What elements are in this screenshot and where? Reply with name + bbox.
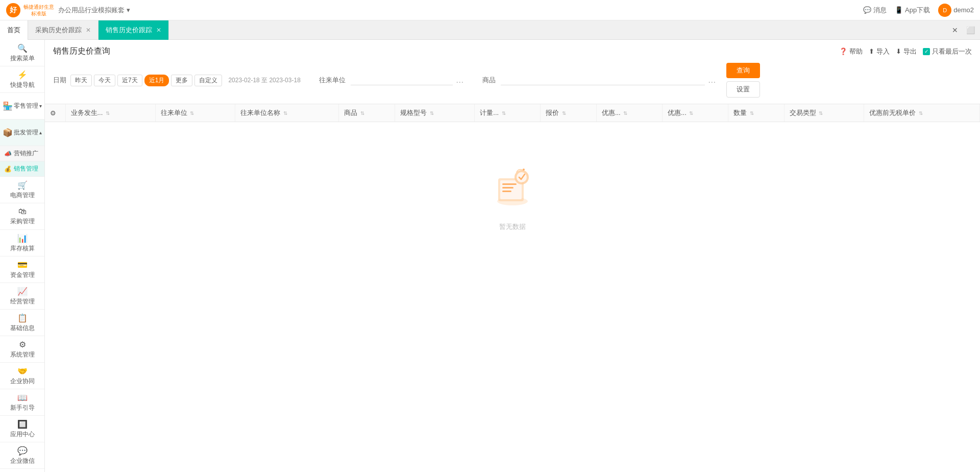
sort-partner-name-icon[interactable]: ⇅	[283, 110, 287, 116]
close-sales-tab-icon[interactable]: ✕	[156, 27, 161, 34]
avatar: D	[938, 4, 951, 17]
sidebar-item-system[interactable]: ⚙ 系统管理	[0, 336, 44, 363]
sidebar-item-enterprise[interactable]: 🤝 企业协同	[0, 363, 44, 389]
sidebar-item-operations[interactable]: 📈 经营管理	[0, 283, 44, 310]
th-discount2[interactable]: 优惠... ⇅	[662, 104, 728, 122]
date-btn-custom[interactable]: 自定义	[194, 75, 222, 86]
date-btn-yesterday[interactable]: 昨天	[70, 75, 92, 86]
tab-purchase-history[interactable]: 采购历史价跟踪 ✕	[28, 20, 99, 40]
th-trade-type-label: 交易类型	[790, 109, 816, 116]
retail-icon: 🏪	[3, 101, 13, 111]
sidebar-item-wechat[interactable]: 💬 企业微信	[0, 442, 44, 469]
sort-quantity-icon[interactable]: ⇅	[750, 110, 754, 116]
svg-rect-4	[502, 187, 513, 188]
operations-icon: 📈	[17, 287, 28, 296]
view-last-checkbox[interactable]: ✓ 只看最后一次	[923, 47, 972, 56]
view-last-label: 只看最后一次	[932, 47, 972, 56]
close-tab-btn[interactable]: ✕	[949, 25, 961, 36]
tab-home[interactable]: 首页	[0, 20, 28, 40]
date-btn-1month[interactable]: 近1月	[144, 75, 169, 86]
product-label: 商品	[482, 76, 496, 85]
tab-sales-history[interactable]: 销售历史价跟踪 ✕	[99, 20, 169, 40]
sidebar-finance-label: 资金管理	[10, 271, 35, 279]
th-unit[interactable]: 计量... ⇅	[475, 104, 541, 122]
sidebar-item-search[interactable]: 🔍 搜索菜单	[0, 40, 44, 66]
sort-biz-date-icon[interactable]: ⇅	[106, 110, 110, 116]
sidebar-item-basic-info[interactable]: 📋 基础信息	[0, 310, 44, 336]
partner-input[interactable]	[351, 75, 453, 85]
sidebar-item-purchase[interactable]: 🛍 采购管理	[0, 203, 44, 230]
sort-partner-code-icon[interactable]: ⇅	[190, 110, 194, 116]
finance-icon: 💳	[17, 260, 28, 270]
sidebar-item-wholesale[interactable]: 📦 批发管理 ▴	[0, 120, 44, 146]
th-pretax-price[interactable]: 优惠前无税单价 ⇅	[864, 104, 979, 122]
export-label: 导出	[903, 47, 917, 56]
date-range-display: 2023-02-18 至 2023-03-18	[226, 76, 300, 85]
th-biz-date[interactable]: 业务发生... ⇅	[65, 104, 155, 122]
th-discount1-label: 优惠...	[602, 109, 621, 116]
sidebar-marketing[interactable]: 📣 营销推广	[0, 146, 44, 161]
query-btn[interactable]: 查询	[726, 63, 760, 78]
sort-spec-icon[interactable]: ⇅	[430, 110, 434, 116]
product-dots-btn[interactable]: …	[708, 76, 716, 85]
system-icon: ⚙	[19, 340, 26, 349]
sidebar-item-guide[interactable]: 📖 新手引导	[0, 389, 44, 416]
partner-dots-btn[interactable]: …	[456, 76, 464, 85]
th-discount1[interactable]: 优惠... ⇅	[596, 104, 662, 122]
sort-discount2-icon[interactable]: ⇅	[689, 110, 693, 116]
company-dropdown[interactable]: 办公用品行业模拟账套 ▾	[58, 6, 130, 15]
sidebar-item-vip[interactable]: ⭐ 畅会员	[0, 469, 44, 472]
product-input[interactable]	[501, 75, 705, 85]
wechat-icon: 💬	[17, 446, 28, 456]
table-container: ⚙ 业务发生... ⇅ 往来单位 ⇅ 往来单位名称 ⇅	[45, 104, 980, 472]
th-price[interactable]: 报价 ⇅	[541, 104, 596, 122]
sort-pretax-price-icon[interactable]: ⇅	[919, 110, 923, 116]
sidebar-item-inventory[interactable]: 📊 库存核算	[0, 230, 44, 256]
th-product[interactable]: 商品 ⇅	[339, 104, 395, 122]
wholesale-icon: 📦	[3, 128, 13, 137]
th-partner-code[interactable]: 往来单位 ⇅	[155, 104, 235, 122]
date-btn-7days[interactable]: 近7天	[117, 75, 142, 86]
th-partner-name[interactable]: 往来单位名称 ⇅	[235, 104, 338, 122]
export-btn[interactable]: ⬇ 导出	[896, 47, 917, 56]
th-price-label: 报价	[546, 109, 559, 116]
company-name: 办公用品行业模拟账套	[58, 6, 125, 15]
sort-unit-icon[interactable]: ⇅	[502, 110, 506, 116]
message-icon: 💬	[863, 6, 871, 14]
maximize-btn[interactable]: ⬜	[965, 25, 976, 36]
import-btn[interactable]: ⬆ 导入	[869, 47, 890, 56]
th-quantity[interactable]: 数量 ⇅	[728, 104, 784, 122]
sidebar-item-ecommerce[interactable]: 🛒 电商管理	[0, 177, 44, 203]
th-trade-type[interactable]: 交易类型 ⇅	[784, 104, 864, 122]
sort-product-icon[interactable]: ⇅	[360, 110, 364, 116]
sidebar-item-finance[interactable]: 💳 资金管理	[0, 256, 44, 283]
data-table: ⚙ 业务发生... ⇅ 往来单位 ⇅ 往来单位名称 ⇅	[45, 104, 980, 122]
sidebar-wholesale-label: 批发管理	[14, 129, 38, 137]
user-menu[interactable]: D demo2	[938, 4, 974, 17]
th-gear[interactable]: ⚙	[45, 104, 65, 122]
svg-rect-5	[502, 191, 511, 192]
message-btn[interactable]: 💬 消息	[863, 6, 887, 15]
th-spec-label: 规格型号	[400, 109, 427, 116]
marketing-icon: 📣	[4, 150, 12, 157]
date-btn-more[interactable]: 更多	[171, 75, 192, 86]
close-purchase-tab-icon[interactable]: ✕	[86, 27, 91, 34]
th-spec[interactable]: 规格型号 ⇅	[395, 104, 474, 122]
th-pretax-price-label: 优惠前无税单价	[869, 109, 916, 116]
sort-price-icon[interactable]: ⇅	[562, 110, 566, 116]
sidebar-item-apps[interactable]: 🔲 应用中心	[0, 416, 44, 442]
page-title: 销售历史价查询	[53, 46, 110, 57]
product-filter: 商品 …	[482, 75, 716, 85]
th-partner-name-label: 往来单位名称	[240, 109, 280, 116]
help-btn[interactable]: ❓ 帮助	[839, 47, 863, 56]
gear-icon[interactable]: ⚙	[50, 109, 56, 117]
sidebar-sales-mgmt[interactable]: 💰 销售管理	[0, 161, 44, 177]
sidebar-item-retail[interactable]: 🏪 零售管理 ▾	[0, 93, 44, 120]
sort-trade-type-icon[interactable]: ⇅	[819, 110, 823, 116]
app-download-btn[interactable]: 📱 App下载	[895, 6, 930, 15]
topbar-right: 💬 消息 📱 App下载 D demo2	[863, 4, 974, 17]
sort-discount1-icon[interactable]: ⇅	[623, 110, 627, 116]
date-btn-today[interactable]: 今天	[94, 75, 115, 86]
sidebar-item-shortcuts[interactable]: ⚡ 快捷导航	[0, 66, 44, 93]
settings-btn[interactable]: 设置	[726, 81, 760, 98]
